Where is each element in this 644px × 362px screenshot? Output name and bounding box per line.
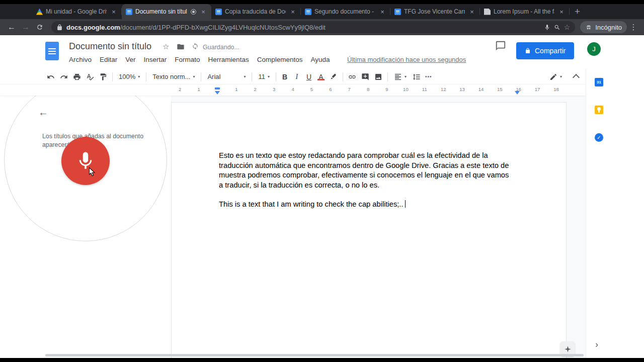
tab-close-icon[interactable]: ×	[289, 8, 297, 16]
insert-link-button[interactable]	[346, 71, 359, 83]
ruler-numbers: 21123456789101112131415161718	[171, 86, 566, 92]
italic-button[interactable]: I	[291, 73, 303, 81]
zoom-icon[interactable]	[554, 24, 560, 31]
calendar-day-label: 31	[597, 80, 601, 84]
browser-menu-icon[interactable]: ⋮	[628, 23, 639, 32]
paragraph-spanish[interactable]: Esto es un texto que estoy redactando pa…	[219, 151, 513, 190]
reload-button[interactable]	[33, 21, 46, 34]
voice-mic-button[interactable]	[61, 137, 110, 185]
text-cursor	[405, 200, 406, 208]
voice-search-icon[interactable]	[544, 24, 550, 31]
bookmark-star-icon[interactable]: ☆	[564, 23, 571, 31]
right-indent-marker[interactable]	[515, 91, 520, 95]
horizontal-scrollbar[interactable]	[45, 354, 584, 356]
ruler-number: 18	[547, 86, 566, 92]
recording-indicator-icon	[191, 9, 196, 15]
bold-button[interactable]: B	[279, 73, 291, 81]
ruler-number: 1	[227, 86, 246, 92]
menu-item[interactable]: Archivo	[68, 55, 92, 64]
zoom-value: 100%	[119, 73, 135, 80]
incognito-badge: Incógnito	[580, 21, 627, 33]
style-value: Texto norm...	[152, 73, 190, 80]
paragraph-style-select[interactable]: Texto norm...▾	[149, 71, 198, 83]
document-text[interactable]: Esto es un texto que estoy redactando pa…	[219, 151, 513, 219]
document-page[interactable]: Esto es un texto que estoy redactando pa…	[171, 102, 567, 358]
lock-icon	[525, 48, 531, 54]
docs-logo-icon[interactable]	[45, 42, 59, 60]
menu-item[interactable]: Herramientas	[208, 55, 250, 64]
tasks-icon[interactable]: ✓	[595, 133, 603, 142]
first-line-indent-marker[interactable]	[215, 87, 220, 89]
star-document-icon[interactable]: ☆	[163, 42, 169, 51]
document-workspace: Esto es un texto que estoy redactando pa…	[0, 96, 644, 358]
chevron-down-icon: ▾	[405, 74, 407, 79]
paragraph-english-text: This is a text that I am writing to chec…	[219, 200, 404, 208]
letterbox-bottom	[0, 358, 644, 362]
browser-tab[interactable]: Mi unidad - Google Driv ×	[32, 4, 122, 19]
browser-tab[interactable]: Lorem Ipsum - All the fa ×	[480, 4, 570, 19]
editing-mode-select[interactable]: ▾	[546, 71, 566, 83]
collapse-toolbar-icon[interactable]	[573, 74, 580, 81]
spellcheck-icon	[86, 73, 94, 81]
tab-close-icon[interactable]: ×	[468, 8, 476, 16]
voice-panel-back-icon[interactable]: ←	[38, 107, 48, 118]
redo-button[interactable]	[57, 71, 70, 83]
browser-tab[interactable]: Documento sin títul ×	[122, 4, 211, 19]
print-icon	[73, 73, 81, 81]
line-spacing-icon	[413, 73, 421, 81]
menu-item[interactable]: Editar	[99, 55, 118, 64]
left-indent-marker[interactable]	[215, 91, 220, 95]
tab-close-icon[interactable]: ×	[557, 8, 566, 16]
line-spacing-button[interactable]	[410, 71, 423, 83]
underline-button[interactable]: U	[303, 73, 315, 81]
menu-item[interactable]: Ayuda	[310, 55, 330, 64]
paint-format-button[interactable]	[97, 71, 110, 83]
browser-tab[interactable]: Copia traducida de Doc ×	[211, 4, 301, 19]
url-text[interactable]: docs.google.com/document/d/1PP-dPFD-bXwg…	[66, 24, 540, 31]
insert-image-button[interactable]	[372, 71, 385, 83]
add-comment-icon	[361, 73, 369, 81]
browser-tab[interactable]: Segundo documento - ×	[301, 4, 390, 19]
browser-tab[interactable]: TFG Jose Vicente Carra ×	[390, 4, 480, 19]
spellcheck-button[interactable]	[84, 71, 97, 83]
menu-item[interactable]: Complementos	[257, 55, 303, 64]
align-select[interactable]: ▾	[390, 71, 410, 83]
ruler-number: 4	[283, 86, 302, 92]
highlight-color-button[interactable]	[327, 71, 340, 83]
account-avatar[interactable]: J	[587, 42, 601, 56]
add-comment-button[interactable]	[359, 71, 372, 83]
tab-favicon-icon	[484, 9, 491, 15]
menu-item[interactable]: Ver	[125, 55, 136, 64]
voice-typing-panel: ← Los títulos que añadas al documento ap…	[0, 96, 171, 358]
forward-button[interactable]: →	[19, 21, 32, 34]
paragraph-english[interactable]: This is a text that I am writing to chec…	[219, 200, 513, 210]
lock-icon	[56, 24, 63, 31]
undo-button[interactable]	[44, 71, 57, 83]
menu-item[interactable]: Insertar	[143, 55, 168, 64]
tab-close-icon[interactable]: ×	[110, 8, 118, 16]
move-folder-icon[interactable]	[177, 43, 185, 51]
text-color-button[interactable]: A	[315, 73, 327, 81]
document-title[interactable]: Documento sin título	[69, 41, 151, 52]
font-size-select[interactable]: 11▾	[255, 71, 273, 83]
zoom-select[interactable]: 100%▾	[115, 71, 143, 83]
share-button[interactable]: Compartir	[516, 42, 574, 59]
font-select[interactable]: Arial▾	[204, 71, 249, 83]
back-button[interactable]: ←	[5, 21, 18, 34]
tab-close-icon[interactable]: ×	[378, 8, 386, 16]
tab-close-icon[interactable]: ×	[199, 8, 207, 16]
expand-rail-chevron-icon[interactable]: ›	[595, 339, 598, 350]
chevron-down-icon: ▾	[560, 74, 562, 79]
new-tab-button[interactable]: +	[575, 6, 580, 17]
mouse-cursor	[89, 167, 96, 179]
calendar-icon[interactable]: 31	[595, 78, 603, 86]
format-toolbar: 100%▾ Texto norm...▾ Arial▾ 11▾ B I U A …	[0, 69, 586, 84]
omnibox[interactable]: docs.google.com/document/d/1PP-dPFD-bXwg…	[51, 21, 575, 33]
ruler[interactable]: 21123456789101112131415161718	[0, 84, 586, 96]
last-modified-link[interactable]: Última modificación hace unos segundos	[347, 56, 466, 63]
menu-item[interactable]: Formato	[174, 55, 200, 64]
keep-icon[interactable]	[595, 106, 603, 114]
more-toolbar-options-button[interactable]: •••	[425, 74, 432, 79]
print-button[interactable]	[70, 71, 84, 83]
comments-button[interactable]	[495, 40, 506, 51]
